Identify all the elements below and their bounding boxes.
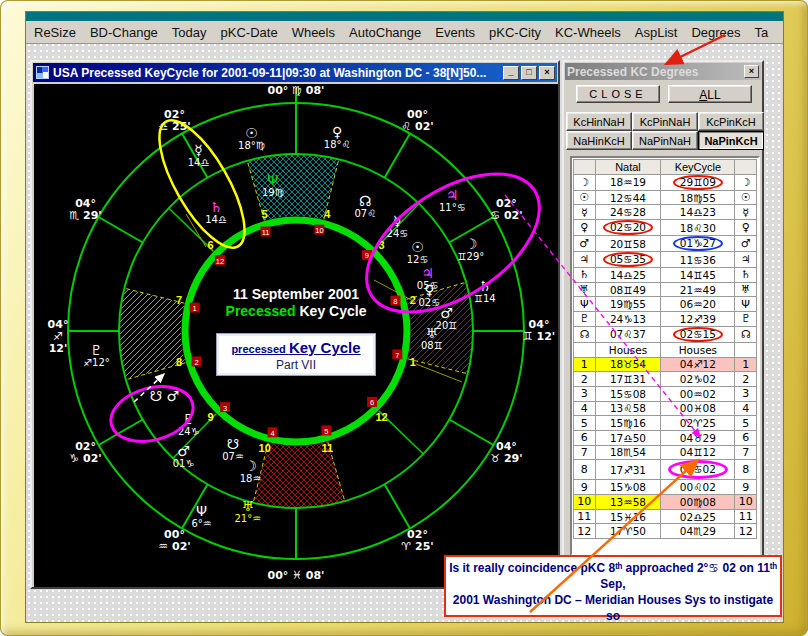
chart-caption-box: precessed Key Cycle Part VII [216,333,375,376]
svg-text:6: 6 [370,398,374,407]
house-row: 617♎5004♉296 [574,430,757,445]
keycycle-house-degree: 02♎25 [661,509,735,524]
keycycle-house-degree: 04♊12 [661,445,735,460]
svg-text:10: 10 [315,226,323,235]
planet-glyph: ♅ [574,282,596,297]
house-number: 7 [735,445,757,460]
house-number: 6 [574,430,596,445]
house-row: 413♌5800♓084 [574,401,757,416]
caption-line1: precessed Key Cycle [231,339,360,356]
natal-house-degree: 17♎50 [595,430,661,445]
menu-bar: ReSizeBD-ChangeTodaypKC-DateWheelsAutoCh… [26,21,783,44]
keycycle-degree: 18♍55 [661,190,735,205]
svg-text:3: 3 [223,404,227,413]
col-header-keycycle: KeyCycle [661,160,735,175]
keycycle-degree: 14♊45 [661,268,735,283]
planet-glyph: Ψ [574,297,596,312]
panel-close-icon[interactable]: × [744,65,759,78]
menu-item-wheels[interactable]: Wheels [285,23,342,42]
menu-item-asplist[interactable]: AspList [628,23,685,42]
planet-glyph: ☉ [574,190,596,205]
planet-marker: ♇24♑ [178,411,200,437]
cusp-label: 04°♐12' [48,318,69,355]
planet-glyph: ♀ [735,220,757,236]
menu-item-pkc-city[interactable]: pKC-City [482,23,548,42]
window-icon [36,66,49,79]
keycycle-house-degree: 02♋02 [661,460,735,480]
filter-buttons: KcHinNaHKcPinNaHKcPinKcHNaHinKcHNaPinNaH… [566,112,764,150]
menu-item-resize[interactable]: ReSize [27,23,83,42]
house-number: 9 [574,480,596,495]
filter-button-kcpinnah[interactable]: KcPinNaH [632,112,698,131]
planet-marker: ♀18°♌ [324,124,351,150]
svg-text:9: 9 [365,251,369,260]
house-row: 1217♈5004♏2912 [574,524,757,539]
keycycle-degree: 11♋36 [661,252,735,268]
filter-button-kcpinkch[interactable]: KcPinKcH [698,112,764,131]
menu-item-today[interactable]: Today [165,23,214,42]
degrees-panel: Precessed KC Degrees × CLOSE ALL KcHinNa… [562,60,764,560]
menu-item-ta[interactable]: Ta [748,23,776,42]
house-row: 915♑0800♌029 [574,480,757,495]
annotation-note: Is it really coincidence pKC 8ᵗʰ approac… [444,555,782,617]
houses-label: Houses [595,342,661,357]
menu-item-autochange[interactable]: AutoChange [342,23,428,42]
menu-item-pkc-date[interactable]: pKC-Date [214,23,285,42]
planet-row: ♂20♊5801♑27♂ [574,236,757,252]
filter-button-napinkch[interactable]: NaPinKcH [698,131,764,150]
keycycle-degree: 14♎23 [661,205,735,220]
planet-glyph: ♃ [574,252,596,268]
planet-glyph: ☉ [735,190,757,205]
natal-house-degree: 17♈50 [595,524,661,539]
planet-row: ♄14♎2514♊45♄ [574,268,757,283]
natal-degree: 12♋44 [595,190,661,205]
menu-item-kc-wheels[interactable]: KC-Wheels [548,23,628,42]
keycycle-degree: 06♒20 [661,297,735,312]
filter-button-nahinkch[interactable]: NaHinKcH [566,131,632,150]
planet-row: ♃05♋3511♋36♃ [574,252,757,268]
planet-row: ♇24♑1312♐39♇ [574,312,757,327]
natal-house-degree: 15♓16 [595,509,661,524]
cusp-label: 00° ♓ 08' [267,569,324,582]
planet-glyph: ☊ [735,326,757,342]
natal-house-number: 4 [324,208,331,220]
house-number: 1 [735,357,757,372]
menu-item-events[interactable]: Events [428,23,482,42]
kc-spoke [385,484,411,528]
kc-spoke [449,420,493,446]
keycycle-degree: 12♐39 [661,312,735,327]
minimize-button[interactable]: _ [503,66,519,80]
house-number: 1 [574,357,596,372]
filter-button-napinnah[interactable]: NaPinNaH [632,131,698,150]
planet-glyph: ♀ [574,220,596,236]
planet-marker: ☽♊29° [458,236,485,262]
menu-item-degrees[interactable]: Degrees [684,23,747,42]
cusp-label: 04°♉ 29' [490,440,522,465]
planet-row: ♀02♋2018♌30♀ [574,220,757,236]
house-number: 4 [574,401,596,416]
house-number: 3 [574,386,596,401]
house-number: 11 [574,509,596,524]
close-button[interactable]: × [539,66,555,80]
chart-window-titlebar[interactable]: USA Precessed KeyCycle for 2001-09-11|09… [33,63,557,82]
menu-item-bd-change[interactable]: BD-Change [83,23,165,42]
planet-glyph: Ψ [735,297,757,312]
houses-label: Houses [661,342,735,357]
filter-button-kchinnah[interactable]: KcHinNaH [566,112,632,131]
close-panel-button[interactable]: CLOSE [576,85,660,103]
natal-degree: 05♋35 [595,252,661,268]
planet-marker: ☋ ♂ [150,388,179,404]
house-number: 5 [735,416,757,431]
keycycle-house-degree: 02♈25 [661,416,735,431]
all-button[interactable]: ALL [668,85,752,103]
degrees-panel-titlebar[interactable]: Precessed KC Degrees × [565,63,761,80]
planet-glyph: ☊ [574,326,596,342]
house-row: 718♏5404♊127 [574,445,757,460]
table-cell [574,160,596,175]
house-row: 315♋0800♒023 [574,386,757,401]
note-line-2: 2001 Washington DC – Meridian Houses Sys… [446,593,780,622]
maximize-button[interactable]: □ [521,66,537,80]
house-number: 10 [735,495,757,510]
cusp-label: 04°♏ 29' [69,197,101,222]
natal-house-degree: 17♐31 [595,460,661,480]
